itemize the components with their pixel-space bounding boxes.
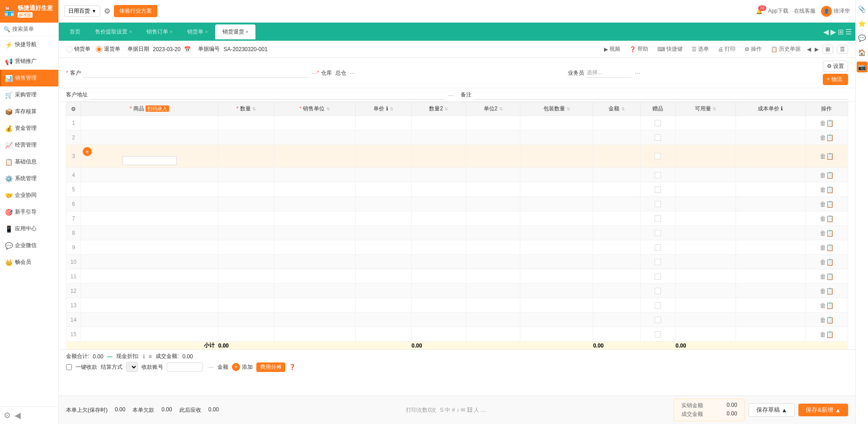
settings-gear-icon[interactable]: ⚙ bbox=[4, 410, 11, 420]
app-download-link[interactable]: App下载 bbox=[768, 7, 788, 15]
delete-row-btn[interactable]: 🗑 bbox=[820, 244, 826, 251]
copy-row-btn[interactable]: 📋 bbox=[826, 258, 834, 266]
tab-close-sales-order[interactable]: × bbox=[170, 29, 173, 34]
col-qty2-sort[interactable]: ⇅ bbox=[444, 106, 448, 111]
sidebar-item-marketing[interactable]: 📢 营销推广 bbox=[0, 53, 58, 70]
delete-row-btn[interactable]: 🗑 bbox=[820, 152, 826, 160]
action-operations[interactable]: ⚙ 操作 bbox=[742, 44, 764, 54]
delete-row-btn[interactable]: 🗑 bbox=[820, 119, 826, 127]
gift-checkbox-row7[interactable] bbox=[655, 215, 661, 222]
fee-split-btn[interactable]: 费用分摊 bbox=[256, 362, 285, 372]
gift-checkbox-row10[interactable] bbox=[655, 259, 661, 265]
gift-checkbox-row12[interactable] bbox=[655, 288, 661, 294]
delete-row-btn[interactable]: 🗑 bbox=[820, 316, 826, 324]
sidebar-item-enterprise[interactable]: 🤝 企业协同 bbox=[0, 187, 58, 204]
delete-row-btn[interactable]: 🗑 bbox=[820, 186, 826, 193]
address-input[interactable] bbox=[90, 90, 444, 100]
delete-row-btn[interactable]: 🗑 bbox=[820, 287, 826, 295]
address-dots-btn[interactable]: ··· bbox=[448, 91, 453, 99]
save-new-button[interactable]: 保存&新增 ▲ bbox=[798, 404, 848, 416]
delete-row-btn[interactable]: 🗑 bbox=[820, 302, 826, 309]
tab-close-sales-delivery[interactable]: × bbox=[205, 29, 208, 34]
delete-row-btn[interactable]: 🗑 bbox=[820, 200, 826, 208]
sidebar-item-guide[interactable]: 🎯 新手引导 bbox=[0, 204, 58, 220]
right-panel-btn-4[interactable]: 🏠 bbox=[857, 47, 868, 58]
gift-checkbox-row4[interactable] bbox=[655, 172, 661, 178]
copy-row-btn[interactable]: 📋 bbox=[826, 119, 834, 127]
action-select[interactable]: ☰ 选单 bbox=[689, 44, 712, 54]
gift-checkbox-row8[interactable] bbox=[655, 230, 661, 236]
action-history[interactable]: 📋 历史单据 bbox=[768, 44, 803, 54]
scan-input-btn[interactable]: 扫码录入 bbox=[146, 105, 169, 112]
gift-checkbox-row3[interactable] bbox=[655, 153, 661, 159]
list-view-btn[interactable]: ☰ bbox=[837, 45, 848, 54]
copy-row-btn[interactable]: 📋 bbox=[826, 287, 834, 295]
col-quantity-sort[interactable]: ⇅ bbox=[252, 106, 256, 111]
save-draft-button[interactable]: 保存草稿 ▲ bbox=[749, 403, 795, 417]
tab-next-icon[interactable]: ▶ bbox=[830, 28, 836, 36]
right-panel-btn-2[interactable]: ⭐ bbox=[857, 18, 868, 29]
delete-row-btn[interactable]: 🗑 bbox=[820, 215, 826, 222]
table-view-btn[interactable]: ⊞ bbox=[822, 45, 833, 54]
tab-close-price-settings[interactable]: × bbox=[129, 29, 132, 34]
salesperson-dots-btn[interactable]: ··· bbox=[635, 69, 640, 76]
action-video[interactable]: ▶ 视频 bbox=[601, 44, 623, 54]
radio-delivery[interactable]: 销货单 bbox=[66, 45, 90, 53]
gift-checkbox-row2[interactable] bbox=[655, 134, 661, 141]
right-panel-btn-1[interactable]: 📎 bbox=[857, 4, 868, 14]
gift-checkbox-row14[interactable] bbox=[655, 317, 661, 323]
nav-next-icon[interactable]: ▶ bbox=[815, 46, 819, 52]
delete-row-btn[interactable]: 🗑 bbox=[820, 134, 826, 141]
copy-row-btn[interactable]: 📋 bbox=[826, 273, 834, 280]
tab-grid-icon[interactable]: ⊞ bbox=[838, 28, 844, 36]
online-service-link[interactable]: 在线客服 bbox=[794, 7, 816, 15]
gift-checkbox-row11[interactable] bbox=[655, 273, 661, 280]
nav-prev-icon[interactable]: ◀ bbox=[807, 46, 811, 52]
tab-sales-order[interactable]: 销售订单 × bbox=[139, 24, 180, 39]
sidebar-item-wechat[interactable]: 💬 企业微信 bbox=[0, 237, 58, 254]
gift-checkbox-row13[interactable] bbox=[655, 302, 661, 309]
tab-sales-return[interactable]: 销货退货 × bbox=[215, 24, 256, 39]
delete-row-btn[interactable]: 🗑 bbox=[820, 273, 826, 280]
sidebar-item-member[interactable]: 👑 畅会员 bbox=[0, 254, 58, 271]
tab-sales-delivery[interactable]: 销货单 × bbox=[180, 24, 215, 39]
gift-checkbox-row15[interactable] bbox=[655, 331, 661, 338]
sidebar-item-inventory[interactable]: 📦 库存核算 bbox=[0, 103, 58, 120]
copy-row-btn[interactable]: 📋 bbox=[826, 200, 834, 208]
account-dots-btn[interactable]: ··· bbox=[208, 363, 214, 371]
gift-checkbox-row6[interactable] bbox=[655, 201, 661, 207]
sidebar-item-apps[interactable]: 📱 应用中心 bbox=[0, 220, 58, 237]
sidebar-item-finance[interactable]: 💰 资金管理 bbox=[0, 120, 58, 137]
industry-dropdown[interactable]: 日用百货 ▼ bbox=[64, 5, 100, 17]
copy-row-btn[interactable]: 📋 bbox=[826, 331, 834, 338]
tab-prev-icon[interactable]: ◀ bbox=[823, 28, 829, 36]
logistics-btn[interactable]: + 物流 bbox=[823, 74, 848, 85]
gift-checkbox-row5[interactable] bbox=[655, 186, 661, 193]
action-shortcut[interactable]: ⌨ 快捷键 bbox=[655, 44, 685, 54]
customer-input[interactable] bbox=[83, 68, 308, 78]
col-amount-sort[interactable]: ⇅ bbox=[621, 106, 625, 111]
sidebar-item-basic[interactable]: 📋 基础信息 bbox=[0, 153, 58, 170]
tab-list-icon[interactable]: ☰ bbox=[845, 28, 852, 36]
delete-row-btn[interactable]: 🗑 bbox=[820, 331, 826, 338]
add-row-icon-btn[interactable]: + bbox=[232, 363, 240, 371]
copy-row-btn[interactable]: 📋 bbox=[826, 316, 834, 324]
customer-dots-btn[interactable]: ··· bbox=[312, 69, 317, 76]
tab-close-sales-return[interactable]: × bbox=[246, 29, 249, 34]
sidebar-item-search[interactable]: 🔍 搜索菜单 bbox=[0, 23, 58, 36]
remark-input[interactable] bbox=[473, 90, 848, 100]
add-product-btn[interactable]: + bbox=[83, 147, 92, 156]
sidebar-item-system[interactable]: ⚙️ 系统管理 bbox=[0, 170, 58, 187]
cta-button[interactable]: 体验行业方案 bbox=[114, 5, 157, 17]
warehouse-dots-btn[interactable]: ··· bbox=[350, 69, 355, 76]
copy-row-btn[interactable]: 📋 bbox=[826, 229, 834, 237]
col-unit2-sort[interactable]: ⇅ bbox=[499, 106, 503, 111]
delete-row-btn[interactable]: 🗑 bbox=[820, 258, 826, 266]
salesperson-select[interactable]: 选择... bbox=[586, 68, 631, 78]
delete-row-btn[interactable]: 🗑 bbox=[820, 172, 826, 179]
account-input[interactable] bbox=[167, 362, 203, 372]
col-avail-sort[interactable]: ⇅ bbox=[712, 106, 716, 111]
settings-btn[interactable]: ⚙ 设置 bbox=[823, 61, 848, 72]
copy-row-btn[interactable]: 📋 bbox=[826, 152, 834, 160]
col-price-sort[interactable]: ⇅ bbox=[390, 106, 393, 111]
